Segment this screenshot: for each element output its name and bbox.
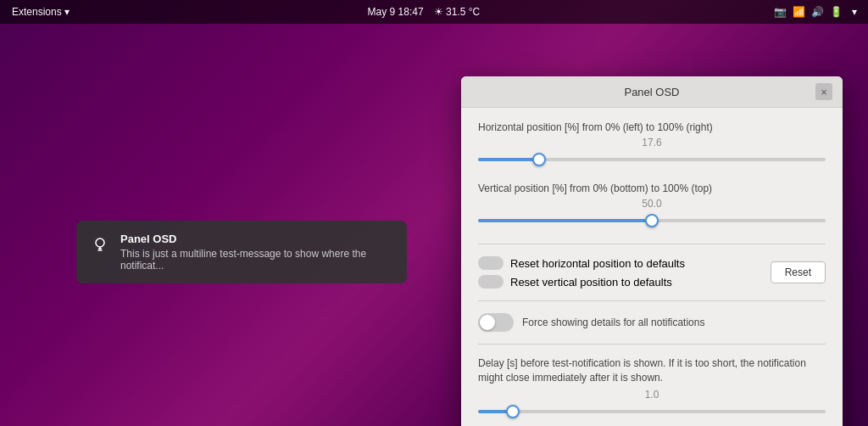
delay-description: Delay [s] before test-notification is sh… — [478, 356, 826, 385]
camera-icon: 📷 — [773, 5, 787, 19]
dialog-body: Horizontal position [%] from 0% (left) t… — [461, 108, 843, 426]
delay-slider-bg — [478, 410, 826, 413]
topbar-right: 📷 📶 🔊 🔋 ▾ — [773, 5, 861, 19]
reset-horizontal-label: Reset horizontal position to defaults — [510, 257, 685, 270]
notification-title: Panel OSD — [120, 233, 393, 245]
extensions-menu-button[interactable]: Extensions ▾ — [7, 4, 75, 20]
volume-icon: 🔊 — [810, 5, 824, 19]
force-toggle-knob — [480, 315, 495, 330]
reset-vertical-row: Reset vertical position to defaults — [478, 275, 757, 289]
settings-chevron-icon[interactable]: ▾ — [848, 5, 861, 19]
wifi-icon: 📶 — [792, 5, 805, 19]
delay-slider-value: 1.0 — [478, 389, 826, 401]
reset-horizontal-row: Reset horizontal position to defaults — [478, 256, 757, 270]
notification-lightbulb-icon — [90, 234, 110, 255]
notification-popup: Panel OSD This is just a multiline test-… — [76, 221, 407, 283]
extensions-chevron: ▾ — [64, 6, 70, 18]
vertical-slider-track[interactable] — [478, 213, 826, 228]
delay-slider-thumb[interactable] — [506, 405, 520, 418]
datetime-label: May 9 18:47 — [368, 6, 424, 18]
vertical-slider-thumb[interactable] — [645, 214, 659, 227]
reset-section: Reset horizontal position to defaults Re… — [478, 256, 826, 289]
horizontal-slider-label: Horizontal position [%] from 0% (left) t… — [478, 121, 826, 133]
vertical-slider-bg — [478, 219, 826, 222]
panel-osd-dialog: Panel OSD × Horizontal position [%] from… — [461, 76, 843, 426]
divider-1 — [478, 244, 826, 244]
divider-3 — [478, 344, 826, 345]
vertical-slider-value: 50.0 — [478, 198, 826, 210]
divider-2 — [478, 300, 826, 301]
horizontal-slider-fill — [478, 158, 539, 161]
delay-section: Delay [s] before test-notification is sh… — [478, 356, 826, 419]
reset-vertical-toggle[interactable] — [478, 275, 504, 289]
weather-label: ☀ 31.5 °C — [434, 6, 481, 18]
battery-icon: 🔋 — [829, 5, 843, 19]
horizontal-slider-bg — [478, 158, 826, 161]
svg-point-0 — [96, 238, 104, 247]
reset-checkboxes: Reset horizontal position to defaults Re… — [478, 256, 757, 289]
vertical-slider-fill — [478, 219, 652, 222]
topbar-center: May 9 18:47 ☀ 31.5 °C — [368, 6, 481, 18]
dialog-titlebar: Panel OSD × — [461, 76, 843, 108]
notification-body: This is just a multiline test-message to… — [120, 248, 393, 272]
extensions-label: Extensions — [12, 6, 62, 18]
force-toggle-switch[interactable] — [478, 313, 514, 332]
reset-button[interactable]: Reset — [771, 261, 826, 283]
horizontal-slider-thumb[interactable] — [532, 153, 546, 166]
vertical-slider-section: Vertical position [%] from 0% (bottom) t… — [478, 182, 826, 228]
horizontal-slider-track[interactable] — [478, 152, 826, 167]
close-button[interactable]: × — [815, 83, 832, 100]
reset-vertical-label: Reset vertical position to defaults — [510, 276, 672, 289]
force-toggle-label: Force showing details for all notificati… — [522, 317, 704, 328]
notification-content: Panel OSD This is just a multiline test-… — [120, 233, 393, 272]
topbar-left: Extensions ▾ — [7, 4, 75, 20]
horizontal-slider-value: 17.6 — [478, 137, 826, 149]
topbar: Extensions ▾ May 9 18:47 ☀ 31.5 °C 📷 📶 🔊… — [0, 0, 868, 24]
dialog-title: Panel OSD — [488, 86, 815, 98]
force-toggle-row: Force showing details for all notificati… — [478, 313, 826, 332]
reset-horizontal-toggle[interactable] — [478, 256, 504, 270]
horizontal-slider-section: Horizontal position [%] from 0% (left) t… — [478, 121, 826, 167]
delay-slider-track[interactable] — [478, 404, 826, 419]
vertical-slider-label: Vertical position [%] from 0% (bottom) t… — [478, 182, 826, 194]
